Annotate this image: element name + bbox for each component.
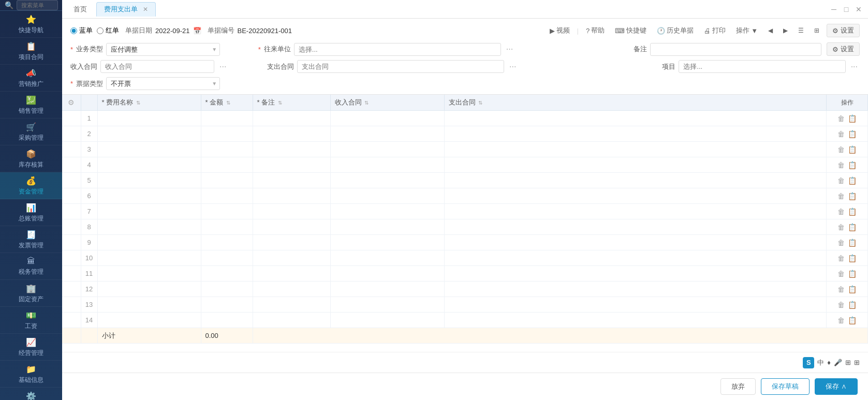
row-income-contract[interactable] (330, 297, 444, 313)
row-amount[interactable] (201, 142, 253, 157)
note-input[interactable] (650, 43, 821, 56)
partner-more-btn[interactable]: ··· (504, 45, 515, 54)
print-btn[interactable]: 🖨 打印 (701, 25, 729, 36)
invoice-type-select-input[interactable]: 不开票 (106, 77, 220, 90)
row-expense-contract[interactable] (444, 173, 827, 188)
row-note[interactable] (253, 250, 330, 266)
sidebar-item-sales[interactable]: 💹 销售管理 (0, 92, 62, 118)
sidebar-item-quick-nav[interactable]: ⭐ 快捷导航 (0, 11, 62, 38)
tab-close-btn[interactable]: ✕ (143, 6, 148, 13)
row-income-contract[interactable] (330, 173, 444, 188)
row-expense-name[interactable] (97, 313, 201, 328)
shortcut-btn[interactable]: ⌨ 快捷键 (612, 25, 650, 36)
row-expense-name[interactable] (97, 142, 201, 157)
sort-icon[interactable]: ⇅ (364, 100, 369, 106)
row-amount[interactable] (201, 126, 253, 142)
row-income-contract[interactable] (330, 126, 444, 142)
row-expense-contract[interactable] (444, 126, 827, 142)
row-note[interactable] (253, 219, 330, 235)
sidebar-item-tax[interactable]: 🏛 税务管理 (0, 253, 62, 280)
sort-icon[interactable]: ⇅ (278, 100, 282, 106)
video-btn[interactable]: ▶ 视频 (547, 25, 573, 36)
row-expense-name[interactable] (97, 157, 201, 173)
row-expense-contract[interactable] (444, 297, 827, 313)
row-expense-contract[interactable] (444, 235, 827, 250)
tab-expense[interactable]: 费用支出单 ✕ (96, 2, 156, 17)
row-amount[interactable] (201, 235, 253, 250)
row-note[interactable] (253, 188, 330, 204)
copy-icon[interactable]: 📋 (848, 208, 857, 216)
sort-icon[interactable]: ⇅ (478, 100, 482, 106)
copy-icon[interactable]: 📋 (848, 130, 857, 138)
row-note[interactable] (253, 313, 330, 328)
row-income-contract[interactable] (330, 111, 444, 126)
calendar-icon[interactable]: 📅 (193, 27, 201, 35)
copy-icon[interactable]: 📋 (848, 285, 857, 293)
sidebar-item-capital[interactable]: 💰 资金管理 (0, 172, 62, 199)
row-income-contract[interactable] (330, 250, 444, 266)
sidebar-item-marketing[interactable]: 📣 营销推广 (0, 65, 62, 92)
sidebar-item-accounting[interactable]: 📊 总账管理 (0, 199, 62, 226)
delete-icon[interactable]: 🗑 (837, 130, 845, 138)
row-amount[interactable] (201, 266, 253, 282)
delete-icon[interactable]: 🗑 (837, 114, 845, 123)
row-expense-contract[interactable] (444, 282, 827, 297)
business-type-select[interactable]: 应付调整 ▼ (106, 43, 220, 56)
invoice-type-select[interactable]: 不开票 ▼ (106, 77, 220, 90)
copy-icon[interactable]: 📋 (848, 114, 857, 123)
delete-icon[interactable]: 🗑 (837, 176, 845, 185)
copy-icon[interactable]: 📋 (848, 192, 857, 200)
row-income-contract[interactable] (330, 219, 444, 235)
row-note[interactable] (253, 204, 330, 219)
maximize-btn[interactable]: □ (841, 4, 851, 14)
delete-icon[interactable]: 🗑 (837, 239, 845, 247)
row-amount[interactable] (201, 219, 253, 235)
row-expense-contract[interactable] (444, 204, 827, 219)
expense-contract-more-btn[interactable]: ··· (507, 62, 518, 71)
sidebar-item-operations[interactable]: 📈 经营管理 (0, 334, 62, 361)
row-expense-name[interactable] (97, 250, 201, 266)
row-expense-name[interactable] (97, 173, 201, 188)
delete-icon[interactable]: 🗑 (837, 285, 845, 293)
form-settings-btn[interactable]: ⚙ 设置 (827, 42, 860, 56)
sidebar-item-invoice[interactable]: 🧾 发票管理 (0, 226, 62, 253)
copy-icon[interactable]: 📋 (848, 161, 857, 169)
delete-icon[interactable]: 🗑 (837, 270, 845, 278)
row-amount[interactable] (201, 250, 253, 266)
help-btn[interactable]: ? 帮助 (583, 25, 608, 36)
row-note[interactable] (253, 266, 330, 282)
row-expense-name[interactable] (97, 219, 201, 235)
row-amount[interactable] (201, 157, 253, 173)
next-btn[interactable]: ▶ (780, 26, 791, 35)
row-amount[interactable] (201, 282, 253, 297)
row-expense-name[interactable] (97, 297, 201, 313)
income-contract-more-btn[interactable]: ··· (217, 62, 228, 71)
sidebar-search-input[interactable] (17, 0, 58, 10)
action-btn[interactable]: 操作 ▼ (733, 25, 761, 36)
row-expense-name[interactable] (97, 126, 201, 142)
delete-icon[interactable]: 🗑 (837, 223, 845, 231)
delete-icon[interactable]: 🗑 (837, 301, 845, 309)
project-input[interactable] (679, 60, 845, 73)
close-btn[interactable]: ✕ (854, 4, 864, 14)
copy-icon[interactable]: 📋 (848, 239, 857, 247)
blue-single-radio[interactable]: 蓝单 (70, 26, 93, 35)
delete-icon[interactable]: 🗑 (837, 208, 845, 216)
row-expense-name[interactable] (97, 204, 201, 219)
sidebar-item-basic-info[interactable]: 📁 基础信息 (0, 361, 62, 388)
copy-icon[interactable]: 📋 (848, 176, 857, 185)
red-single-radio[interactable]: 红单 (97, 26, 119, 35)
row-expense-contract[interactable] (444, 188, 827, 204)
row-expense-name[interactable] (97, 282, 201, 297)
copy-icon[interactable]: 📋 (848, 301, 857, 309)
delete-icon[interactable]: 🗑 (837, 316, 845, 324)
row-income-contract[interactable] (330, 313, 444, 328)
row-income-contract[interactable] (330, 204, 444, 219)
sort-icon[interactable]: ⇅ (136, 100, 140, 106)
row-note[interactable] (253, 297, 330, 313)
row-expense-contract[interactable] (444, 250, 827, 266)
delete-icon[interactable]: 🗑 (837, 192, 845, 200)
sidebar-item-fixed-assets[interactable]: 🏢 固定资产 (0, 280, 62, 307)
business-type-select-input[interactable]: 应付调整 (106, 43, 220, 56)
copy-icon[interactable]: 📋 (848, 223, 857, 231)
